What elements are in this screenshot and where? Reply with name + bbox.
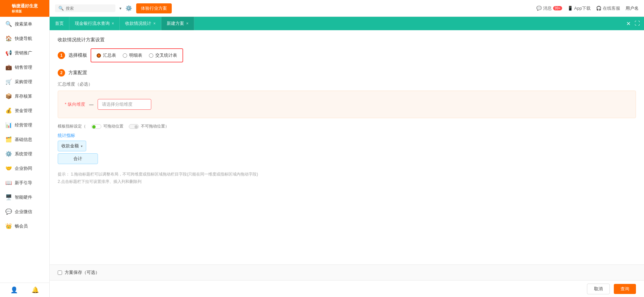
sidebar-bottom: 👤 🔔 <box>0 283 49 297</box>
radio-summary[interactable]: 汇总表 <box>97 52 116 58</box>
sidebar-icon-6: 💰 <box>5 107 12 114</box>
settings-icon[interactable]: ⚙️ <box>125 5 132 11</box>
tab-2[interactable]: 收款情况统计× <box>120 17 161 30</box>
header-right: 💬 消息 99+ 📱 App下载 🎧 在线客服 用户名 <box>536 5 639 11</box>
support-item[interactable]: 🎧 在线客服 <box>596 5 620 11</box>
radio-cross-label: 交叉统计表 <box>155 52 177 58</box>
tab-close-1[interactable]: × <box>112 21 114 26</box>
sidebar-label-12: 智能硬件 <box>15 194 32 200</box>
cancel-button[interactable]: 取消 <box>587 284 610 294</box>
indicators-section: 模板指标设定（ 可拖动位置 不可拖动位置） 统计指标 收 <box>58 123 636 164</box>
tab-0[interactable]: 首页 <box>50 17 69 30</box>
config-section: 汇总维度（必选） * 纵向维度 — 请选择分组维度 模板指标设定（ 可拖动位置 <box>58 81 636 185</box>
user-icon: 👤 <box>10 286 18 294</box>
notification-label: 消息 <box>543 5 552 11</box>
tab-1[interactable]: 现金银行流水查询× <box>69 17 120 30</box>
step2-number: 2 <box>58 69 65 77</box>
message-icon: 💬 <box>536 6 542 11</box>
sidebar-bottom-user[interactable]: 👤 <box>10 286 18 294</box>
sidebar-item-12[interactable]: 🖥️智能硬件 <box>0 190 49 204</box>
sidebar: 畅捷通好生意 标准版 🔍搜索菜单🏠快捷导航📢营销推广💼销售管理🛒采购管理📦库存核… <box>0 0 50 297</box>
dimension-row: * 纵向维度 — 请选择分组维度 <box>65 99 629 110</box>
sidebar-item-1[interactable]: 🏠快捷导航 <box>0 31 49 46</box>
tab-close-3[interactable]: × <box>186 21 189 26</box>
draggable-label: 可拖动位置 <box>103 123 123 129</box>
sidebar-item-7[interactable]: 📊经营管理 <box>0 118 49 132</box>
dimension-title: 汇总维度（必选） <box>58 81 636 87</box>
stats-sub: 合计 <box>58 153 636 164</box>
sidebar-label-5: 库存核算 <box>15 93 32 99</box>
support-label: 在线客服 <box>603 5 620 11</box>
header: 🔍 ▾ ⚙️ 体验行业方案 💬 消息 99+ 📱 App下载 🎧 在线客服 用户… <box>50 0 644 17</box>
save-checkbox[interactable] <box>58 270 62 275</box>
step2-section: 2 方案配置 汇总维度（必选） * 纵向维度 — 请选择分组维度 模板指标设定（ <box>58 69 636 185</box>
sidebar-icon-4: 🛒 <box>5 79 12 85</box>
step1-title: 选择模板 <box>68 52 87 58</box>
notification-item[interactable]: 💬 消息 99+ <box>536 5 562 11</box>
dimension-label: * 纵向维度 <box>65 101 85 107</box>
dimension-arrow: — <box>89 102 94 107</box>
sidebar-item-14[interactable]: 👑畅会员 <box>0 219 49 233</box>
tab-close-2[interactable]: × <box>153 21 156 26</box>
sidebar-icon-3: 💼 <box>5 64 12 70</box>
sidebar-label-14: 畅会员 <box>15 223 28 229</box>
radio-cross[interactable]: 交叉统计表 <box>149 52 177 58</box>
tab-3[interactable]: 新建方案× <box>161 17 194 30</box>
stats-label: 统计指标 <box>58 133 636 139</box>
tab-label-1: 现金银行流水查询 <box>75 20 110 27</box>
header-dropdown-icon[interactable]: ▾ <box>119 6 121 11</box>
sidebar-bottom-notify[interactable]: 🔔 <box>32 286 39 294</box>
page-title: 收款情况统计方案设置 <box>58 37 636 43</box>
sidebar-label-6: 资金管理 <box>15 108 32 114</box>
sidebar-item-11[interactable]: 📖新手引导 <box>0 176 49 190</box>
sidebar-item-10[interactable]: 🤝企业协同 <box>0 161 49 176</box>
step1-number: 1 <box>58 52 65 59</box>
sidebar-item-2[interactable]: 📢营销推广 <box>0 46 49 60</box>
stats-subtotal: 合计 <box>58 153 98 164</box>
sidebar-item-5[interactable]: 📦库存核算 <box>0 89 49 103</box>
close-window-icon[interactable]: ✕ <box>626 20 631 27</box>
sidebar-label-10: 企业协同 <box>15 165 32 171</box>
search-icon: 🔍 <box>58 6 64 11</box>
trial-button[interactable]: 体验行业方案 <box>136 3 172 13</box>
sidebar-item-0[interactable]: 🔍搜索菜单 <box>0 17 49 31</box>
sidebar-logo: 畅捷通好生意 标准版 <box>0 0 49 17</box>
download-item[interactable]: 📱 App下载 <box>568 5 591 11</box>
tab-label-2: 收款情况统计 <box>125 20 151 27</box>
bell-icon: 🔔 <box>32 286 39 294</box>
tips-section: 提示： 1.拖动标题栏可以调整布局，不可跨维度或指标区域拖动栏目字段(只能在同一… <box>58 171 636 185</box>
sidebar-item-3[interactable]: 💼销售管理 <box>0 60 49 75</box>
step2-header: 2 方案配置 <box>58 69 636 77</box>
sidebar-item-9[interactable]: ⚙️系统管理 <box>0 147 49 161</box>
search-input[interactable] <box>66 6 113 11</box>
download-icon: 📱 <box>568 6 573 11</box>
step1-section: 1 选择模板 汇总表 明细表 交叉统计表 <box>58 48 636 62</box>
content-area: 收款情况统计方案设置 1 选择模板 汇总表 明细表 <box>50 30 644 280</box>
notification-badge: 99+ <box>553 6 562 10</box>
sidebar-icon-7: 📊 <box>5 122 12 128</box>
sidebar-label-4: 采购管理 <box>15 79 32 85</box>
sidebar-item-6[interactable]: 💰资金管理 <box>0 103 49 118</box>
sidebar-item-8[interactable]: 🗂️基础信息 <box>0 132 49 147</box>
sidebar-icon-1: 🏠 <box>5 35 12 42</box>
not-draggable-label: 不可拖动位置） <box>141 123 169 129</box>
template-selection-box: 汇总表 明细表 交叉统计表 <box>91 48 183 62</box>
sidebar-item-4[interactable]: 🛒采购管理 <box>0 75 49 89</box>
chevron-down-icon: ▾ <box>81 144 83 148</box>
sidebar-label-13: 企业微信 <box>15 209 32 215</box>
indicators-label-text: 模板指标设定（ <box>58 123 86 129</box>
sidebar-icon-5: 📦 <box>5 93 12 99</box>
query-button[interactable]: 查询 <box>614 284 636 294</box>
sidebar-icon-10: 🤝 <box>5 165 12 171</box>
sidebar-icon-11: 📖 <box>5 180 12 186</box>
tabbar-actions: ✕ ⛶ <box>622 17 644 30</box>
app-name: 畅捷通好生意 <box>12 3 38 9</box>
stats-tag-amount[interactable]: 收款金额 ▾ <box>58 141 86 151</box>
sidebar-label-2: 营销推广 <box>15 50 32 56</box>
sidebar-icon-14: 👑 <box>5 223 12 229</box>
sidebar-item-13[interactable]: 💬企业微信 <box>0 204 49 219</box>
dimension-select[interactable]: 请选择分组维度 <box>98 99 151 110</box>
maximize-icon[interactable]: ⛶ <box>635 20 640 27</box>
radio-detail-label: 明细表 <box>129 52 142 58</box>
radio-detail[interactable]: 明细表 <box>123 52 142 58</box>
